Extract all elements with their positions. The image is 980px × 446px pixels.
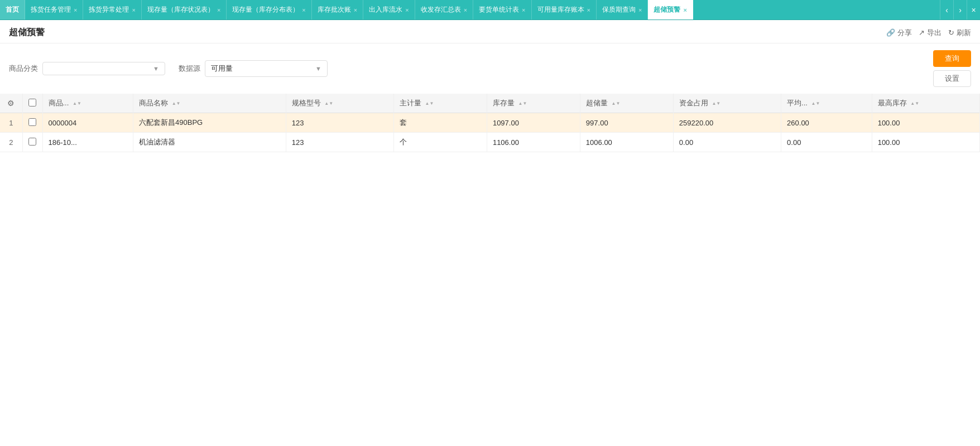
close-tab-9[interactable]: ×: [587, 7, 590, 13]
share-icon: 🔗: [886, 28, 895, 37]
close-tab-1[interactable]: ×: [74, 7, 77, 13]
sort-icon-avg: ▲▼: [811, 101, 820, 106]
th-max-stock[interactable]: 最高库存 ▲▼: [872, 94, 979, 113]
close-tab-6[interactable]: ×: [405, 7, 409, 13]
category-chevron-icon: ▼: [153, 65, 159, 72]
table-body: 1 0000004 六配套新昌490BPG 123 套 1097.00 997.…: [0, 113, 980, 152]
sort-icon-unit: ▲▼: [425, 101, 434, 106]
th-checkbox: [22, 94, 42, 113]
table-container: ⚙ 商品... ▲▼ 商品名称 ▲▼ 规格型号 ▲▼: [0, 94, 980, 152]
cell-unit: 个: [393, 133, 487, 152]
th-spec[interactable]: 规格型号 ▲▼: [286, 94, 393, 113]
nav-tab-7[interactable]: 收发存汇总表 ×: [415, 0, 473, 20]
close-tab-3[interactable]: ×: [217, 7, 220, 13]
category-label: 商品分类: [9, 64, 38, 74]
category-filter: 商品分类 ▼: [9, 62, 165, 75]
category-select[interactable]: ▼: [42, 62, 165, 75]
nav-close-button[interactable]: ×: [967, 0, 980, 20]
cell-stock: 1097.00: [487, 113, 580, 133]
datasource-chevron-icon: ▼: [315, 65, 321, 72]
cell-max-stock: 100.00: [872, 113, 979, 133]
nav-next-button[interactable]: ›: [953, 0, 967, 20]
select-all-checkbox[interactable]: [28, 99, 36, 106]
page-title: 超储预警: [9, 27, 45, 38]
cell-spec: 123: [286, 133, 393, 152]
th-product-code[interactable]: 商品... ▲▼: [42, 94, 133, 113]
close-tab-7[interactable]: ×: [464, 7, 467, 13]
sort-icon-product-name: ▲▼: [172, 101, 181, 106]
cell-capital: 0.00: [673, 133, 781, 152]
row-checkbox-cell: [22, 133, 42, 152]
close-tab-8[interactable]: ×: [522, 7, 525, 13]
close-tab-2[interactable]: ×: [132, 7, 135, 13]
row-num: 1: [0, 113, 22, 133]
query-button[interactable]: 查询: [933, 50, 971, 67]
data-table: ⚙ 商品... ▲▼ 商品名称 ▲▼ 规格型号 ▲▼: [0, 94, 980, 152]
close-tab-5[interactable]: ×: [354, 7, 357, 13]
page-header: 超储预警 🔗 分享 ↗ 导出 ↻ 刷新: [0, 20, 980, 43]
refresh-button[interactable]: ↻ 刷新: [948, 28, 971, 38]
datasource-select[interactable]: 可用量 ▼: [205, 60, 328, 77]
settings-button[interactable]: 设置: [933, 70, 971, 87]
nav-tab-11[interactable]: 超储预警 ×: [648, 0, 693, 20]
nav-tab-5[interactable]: 库存批次账 ×: [312, 0, 363, 20]
cell-spec: 123: [286, 113, 393, 133]
cell-overflow: 1006.00: [580, 133, 673, 152]
cell-product-code: 186-10...: [42, 133, 133, 152]
nav-prev-button[interactable]: ‹: [940, 0, 953, 20]
th-capital[interactable]: 资金占用 ▲▼: [673, 94, 781, 113]
th-avg[interactable]: 平均... ▲▼: [781, 94, 872, 113]
nav-tab-8[interactable]: 要货单统计表 ×: [473, 0, 531, 20]
nav-tab-1[interactable]: 拣货任务管理 ×: [25, 0, 83, 20]
sort-icon-max-stock: ▲▼: [910, 101, 919, 106]
datasource-filter: 数据源 可用量 ▼: [179, 60, 328, 77]
row-checkbox[interactable]: [28, 138, 36, 146]
gear-icon[interactable]: ⚙: [7, 99, 15, 108]
close-tab-4[interactable]: ×: [302, 7, 305, 13]
share-button[interactable]: 🔗 分享: [886, 28, 912, 38]
cell-product-name: 六配套新昌490BPG: [133, 113, 286, 133]
cell-overflow: 997.00: [580, 113, 673, 133]
table-row: 1 0000004 六配套新昌490BPG 123 套 1097.00 997.…: [0, 113, 980, 133]
cell-avg: 260.00: [781, 113, 872, 133]
cell-max-stock: 100.00: [872, 133, 979, 152]
export-button[interactable]: ↗ 导出: [919, 28, 941, 38]
sort-icon-overflow: ▲▼: [611, 101, 620, 106]
nav-tab-2[interactable]: 拣货异常处理 ×: [83, 0, 141, 20]
row-num: 2: [0, 133, 22, 152]
row-checkbox[interactable]: [28, 118, 36, 126]
close-tab-10[interactable]: ×: [638, 7, 642, 13]
cell-product-name: 机油滤清器: [133, 133, 286, 152]
nav-tab-9[interactable]: 可用量库存账本 ×: [532, 0, 597, 20]
cell-product-code: 0000004: [42, 113, 133, 133]
nav-tab-6[interactable]: 出入库流水 ×: [363, 0, 415, 20]
top-navigation: 首页 拣货任务管理 × 拣货异常处理 × 现存量（库存状况表） × 现存量（库存…: [0, 0, 980, 20]
cell-stock: 1106.00: [487, 133, 580, 152]
cell-capital: 259220.00: [673, 113, 781, 133]
export-icon: ↗: [919, 28, 925, 37]
sort-icon-stock: ▲▼: [518, 101, 527, 106]
cell-unit: 套: [393, 113, 487, 133]
cell-avg: 0.00: [781, 133, 872, 152]
sort-icon-capital: ▲▼: [712, 101, 720, 106]
th-overflow[interactable]: 超储量 ▲▼: [580, 94, 673, 113]
nav-tab-3[interactable]: 现存量（库存状况表） ×: [142, 0, 227, 20]
th-stock[interactable]: 库存量 ▲▼: [487, 94, 580, 113]
nav-arrows: ‹ › ×: [940, 0, 980, 20]
th-product-name[interactable]: 商品名称 ▲▼: [133, 94, 286, 113]
nav-tab-10[interactable]: 保质期查询 ×: [597, 0, 648, 20]
datasource-label: 数据源: [179, 64, 200, 74]
filter-buttons: 查询 设置: [933, 50, 971, 87]
header-actions: 🔗 分享 ↗ 导出 ↻ 刷新: [886, 28, 971, 38]
th-unit[interactable]: 主计量 ▲▼: [393, 94, 487, 113]
close-tab-11[interactable]: ×: [683, 7, 686, 13]
filter-area: 商品分类 ▼ 数据源 可用量 ▼ 查询 设置: [0, 43, 980, 94]
table-row: 2 186-10... 机油滤清器 123 个 1106.00 1006.00 …: [0, 133, 980, 152]
main-content: 超储预警 🔗 分享 ↗ 导出 ↻ 刷新 商品分类 ▼ 数据源: [0, 20, 980, 446]
th-gear: ⚙: [0, 94, 22, 113]
refresh-icon: ↻: [948, 28, 954, 37]
nav-tab-home[interactable]: 首页: [0, 0, 25, 20]
sort-icon-spec: ▲▼: [324, 101, 333, 106]
nav-tab-4[interactable]: 现存量（库存分布表） ×: [227, 0, 311, 20]
datasource-value: 可用量: [211, 64, 233, 74]
